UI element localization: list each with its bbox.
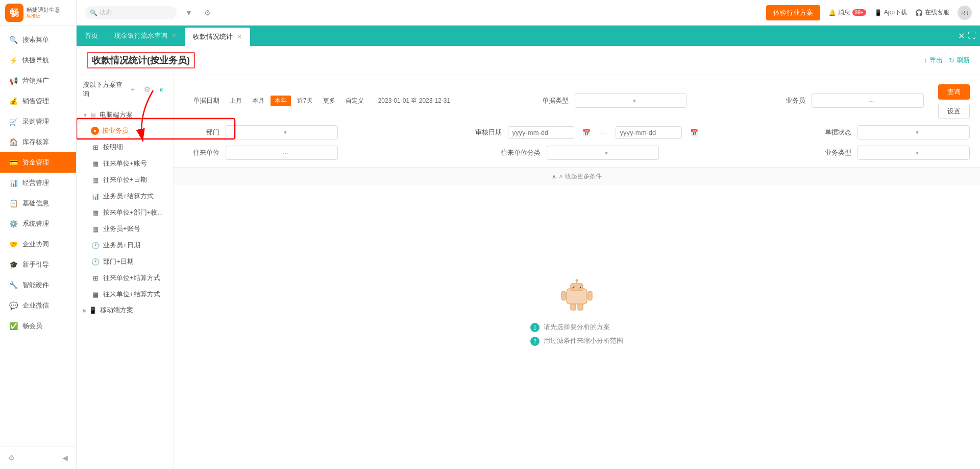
tab-close-all-icon[interactable]: ✕ bbox=[958, 31, 965, 41]
tree-item-by-detail[interactable]: ⊞ 按明细 bbox=[77, 139, 173, 155]
logo-text: 畅捷通好生意 标准版 bbox=[27, 6, 60, 19]
sidebar-item-basic[interactable]: 📋 基础信息 bbox=[0, 193, 76, 214]
topbar-dropdown-icon[interactable]: ▼ bbox=[182, 6, 196, 20]
filter-row-2: 部门 ▼ 审核日期 📅 — 📅 单据状态 bbox=[184, 125, 970, 139]
partner-more-icon[interactable]: ··· bbox=[283, 149, 333, 157]
filter-settings-button[interactable]: 设置 bbox=[938, 104, 970, 119]
hardware-icon: 🔧 bbox=[8, 280, 18, 290]
empty-tip-2: 2 用过滤条件来缩小分析范围 bbox=[530, 336, 623, 346]
query-buttons: 查询 设置 bbox=[938, 82, 970, 119]
date-range-display: 2023-01-01 至 2023-12-31 bbox=[378, 97, 450, 105]
salesperson-select[interactable]: ··· bbox=[812, 93, 924, 108]
online-service-button[interactable]: 🎧 在线客服 bbox=[915, 8, 949, 17]
business-type-select[interactable]: ▼ bbox=[857, 146, 970, 160]
trial-button[interactable]: 体验行业方案 bbox=[766, 5, 820, 20]
user-avatar[interactable]: Rit bbox=[958, 6, 972, 20]
tree-item-partner-account[interactable]: ▦ 往来单位+账号 bbox=[77, 155, 173, 172]
tab-home[interactable]: 首页 bbox=[77, 26, 106, 46]
sidebar-item-member[interactable]: ✅ 畅会员 bbox=[0, 316, 76, 336]
tab-collection-close[interactable]: ✕ bbox=[237, 33, 242, 40]
partner-category-select[interactable]: ▼ bbox=[547, 146, 659, 160]
tree-item-partner-settlement1[interactable]: ⊞ 往来单位+结算方式 bbox=[77, 270, 173, 286]
sidebar-logo: 畅 畅捷通好生意 标准版 bbox=[0, 0, 76, 26]
collapse-bar[interactable]: ∧ ∧ 收起更多条件 bbox=[174, 168, 980, 185]
refresh-icon: ↻ bbox=[949, 57, 954, 64]
tab-expand-icon[interactable]: ⛶ bbox=[968, 31, 976, 40]
left-panel: 按以下方案查询 + ⚙ « ▼ 🖥 电脑端方案 bbox=[77, 75, 174, 469]
export-button[interactable]: ↑ 导出 bbox=[924, 56, 943, 65]
sidebar-item-operation[interactable]: 📊 经营管理 bbox=[0, 173, 76, 193]
sidebar-settings-icon[interactable]: ⚙ bbox=[5, 452, 17, 464]
sidebar-collapse-icon[interactable]: ◀ bbox=[59, 452, 71, 464]
mobile-group-header[interactable]: ▶ 📱 移动端方案 bbox=[77, 302, 173, 318]
tree-section: ▼ 🖥 电脑端方案 ● 按业务员 ⊞ 按明细 bbox=[77, 104, 173, 321]
calendar-to-icon[interactable]: 📅 bbox=[690, 129, 698, 136]
mobile-group-label: 移动端方案 bbox=[100, 306, 133, 315]
date-tab-7days[interactable]: 近7天 bbox=[293, 96, 317, 106]
sidebar-item-quicknav[interactable]: ⚡ 快捷导航 bbox=[0, 50, 76, 71]
sidebar-item-guide[interactable]: 🎓 新手引导 bbox=[0, 254, 76, 275]
voucher-status-value bbox=[862, 128, 913, 137]
date-label: 单据日期 bbox=[184, 96, 219, 105]
partner-select[interactable]: ··· bbox=[226, 146, 338, 160]
filter-row-1: 单据日期 上月 本月 本年 近7天 更多 自定义 2023-01-01 至 20… bbox=[184, 82, 970, 119]
sidebar-item-marketing[interactable]: 📢 营销推广 bbox=[0, 71, 76, 91]
collapse-panel-icon[interactable]: « bbox=[156, 84, 167, 95]
tree-item-by-salesperson[interactable]: ● 按业务员 bbox=[77, 123, 173, 139]
empty-state: 1 请先选择要分析的方案 2 用过滤条件来缩小分析范围 bbox=[174, 185, 980, 469]
svg-rect-9 bbox=[588, 291, 592, 300]
sidebar-item-sales[interactable]: 💰 销售管理 bbox=[0, 91, 76, 111]
svg-point-7 bbox=[576, 279, 578, 282]
sidebar-item-enterprise[interactable]: 🤝 企业协同 bbox=[0, 234, 76, 254]
date-tab-custom[interactable]: 自定义 bbox=[341, 96, 368, 106]
tab-bank[interactable]: 现金银行流水查询 ✕ bbox=[106, 26, 185, 46]
calendar-from-icon[interactable]: 📅 bbox=[582, 129, 591, 136]
date-tab-more[interactable]: 更多 bbox=[319, 96, 339, 106]
page-title: 收款情况统计(按业务员) bbox=[87, 52, 195, 68]
voucher-type-select[interactable]: ▼ bbox=[575, 93, 687, 108]
sidebar-item-search[interactable]: 🔍 搜索菜单 bbox=[0, 30, 76, 50]
message-badge: 99+ bbox=[852, 9, 866, 16]
active-indicator: ● bbox=[91, 127, 99, 135]
sidebar-item-finance[interactable]: 💳 资金管理 bbox=[0, 152, 76, 173]
message-button[interactable]: 🔔 消息 99+ bbox=[828, 8, 866, 17]
dept-arrow: ▼ bbox=[283, 130, 333, 135]
cart-icon: 🛒 bbox=[8, 116, 18, 127]
tree-item-partner-settlement2[interactable]: ▦ 往来单位+结算方式 bbox=[77, 286, 173, 302]
member-icon: ✅ bbox=[8, 321, 18, 331]
sidebar-item-hardware[interactable]: 🔧 智能硬件 bbox=[0, 275, 76, 295]
tree-item-salesperson-account[interactable]: ▦ 业务员+账号 bbox=[77, 221, 173, 237]
guide-icon: 🎓 bbox=[8, 260, 18, 270]
voucher-status-select[interactable]: ▼ bbox=[857, 125, 970, 139]
date-tab-this-month[interactable]: 本月 bbox=[248, 96, 268, 106]
tab-bank-close[interactable]: ✕ bbox=[172, 32, 177, 39]
sidebar-item-system[interactable]: ⚙️ 系统管理 bbox=[0, 214, 76, 234]
add-scheme-icon[interactable]: + bbox=[127, 84, 138, 95]
svg-rect-10 bbox=[571, 304, 576, 310]
sidebar-item-inventory[interactable]: 🏠 库存核算 bbox=[0, 132, 76, 152]
app-download-button[interactable]: 📱 App下载 bbox=[874, 8, 907, 17]
date-tab-last-month[interactable]: 上月 bbox=[226, 96, 246, 106]
tab-collection[interactable]: 收款情况统计 ✕ bbox=[185, 28, 250, 46]
review-date-from[interactable] bbox=[508, 126, 574, 139]
settings-scheme-icon[interactable]: ⚙ bbox=[141, 84, 153, 95]
topbar-search-box[interactable]: 🔍 搜索 bbox=[85, 6, 177, 19]
tree-item-partner-dept[interactable]: ▦ 按来单位+部门+收... bbox=[77, 204, 173, 221]
tree-item-dept-date[interactable]: 🕐 部门+日期 bbox=[77, 253, 173, 270]
sidebar-nav: 🔍 搜索菜单 ⚡ 快捷导航 📢 营销推广 💰 销售管理 🛒 采购管理 🏠 库存核… bbox=[0, 26, 76, 446]
logo-icon: 畅 bbox=[5, 4, 23, 22]
tree-item-salesperson-date[interactable]: 🕐 业务员+日期 bbox=[77, 237, 173, 253]
sidebar-item-purchase[interactable]: 🛒 采购管理 bbox=[0, 111, 76, 132]
topbar-settings-icon[interactable]: ⚙ bbox=[200, 6, 214, 20]
salesperson-more-icon[interactable]: ··· bbox=[869, 97, 919, 105]
dept-select[interactable]: ▼ bbox=[226, 125, 338, 139]
tree-item-partner-date[interactable]: ▦ 往来单位+日期 bbox=[77, 172, 173, 188]
refresh-button[interactable]: ↻ 刷新 bbox=[949, 56, 970, 65]
date-tab-this-year[interactable]: 本年 bbox=[271, 96, 291, 106]
svg-rect-11 bbox=[578, 304, 583, 310]
review-date-to[interactable] bbox=[616, 126, 682, 139]
tree-item-salesperson-settlement[interactable]: 📊 业务员+结算方式 bbox=[77, 188, 173, 204]
desktop-group-header[interactable]: ▼ 🖥 电脑端方案 bbox=[77, 107, 173, 123]
sidebar-item-wechat[interactable]: 💬 企业微信 bbox=[0, 295, 76, 316]
query-button[interactable]: 查询 bbox=[938, 84, 970, 100]
